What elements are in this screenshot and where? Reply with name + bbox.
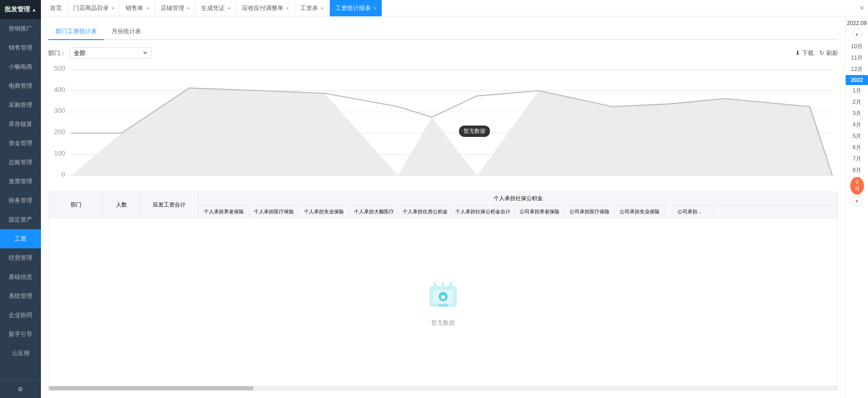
th-subcol-8: 公司承担失业保险: [615, 206, 665, 218]
tab-label-store-catalog: 门店商品目录: [73, 4, 109, 12]
timeline-month-aug[interactable]: 8月: [846, 165, 868, 176]
sub-tab-month-stats[interactable]: 月份统计表: [104, 24, 148, 40]
sidebar-header[interactable]: 批发管理 ▲: [0, 0, 41, 19]
sidebar-item-tax[interactable]: 税务管理: [0, 191, 41, 210]
main-area: 首页门店商品目录×销售单×店铺管理×生成凭证×应收应付调整单×工资表×工资统计报…: [41, 0, 868, 398]
timeline-month-jun[interactable]: 6月: [846, 142, 868, 153]
svg-line-20: [450, 282, 452, 286]
horizontal-scrollbar[interactable]: [49, 386, 838, 390]
table-section: 部门 人数 应发工资合计 个人承担社保公积金 个人承担养老保险个人承担医疗保险个…: [48, 191, 838, 391]
timeline-up-nav[interactable]: ▲: [852, 28, 863, 39]
timeline-month-dec[interactable]: 12月: [846, 64, 868, 75]
sidebar-item-guide[interactable]: 新手引导: [0, 325, 41, 344]
svg-marker-12: [71, 88, 833, 176]
tab-home[interactable]: 首页: [45, 0, 68, 16]
th-subcol-4: 个人承担住房公积金: [399, 206, 452, 218]
timeline-month-jan[interactable]: 1月: [846, 85, 868, 96]
tab-store-management[interactable]: 店铺管理×: [155, 0, 196, 16]
timeline-month-nov[interactable]: 11月: [846, 52, 868, 64]
sidebar: 批发管理 ▲ 营销推广销售管理小畅电商电商管理采购管理库存核算资金管理总账管理发…: [0, 0, 41, 398]
th-subcol-9: 公司承担...: [665, 206, 715, 218]
download-button[interactable]: ⬇ 下载: [795, 49, 814, 57]
timeline-month-may[interactable]: 5月: [846, 131, 868, 142]
timeline-month-jul[interactable]: 7月: [846, 153, 868, 165]
sidebar-item-ecommerce-small[interactable]: 小畅电商: [0, 57, 41, 76]
sub-tabs: 部门工资统计表月份统计表: [48, 24, 838, 40]
close-all-icon: ✕: [859, 5, 864, 11]
tab-close-voucher[interactable]: ×: [227, 5, 230, 11]
timeline-down-nav[interactable]: ▼: [852, 196, 863, 207]
sidebar-item-inventory[interactable]: 库存核算: [0, 115, 41, 134]
timeline-month-apr[interactable]: 4月: [846, 119, 868, 131]
th-subcol-0: 个人承担养老保险: [199, 206, 249, 218]
scrollbar-thumb[interactable]: [49, 386, 253, 390]
timeline-month-year-2022[interactable]: 2022: [846, 75, 868, 85]
tab-close-payroll[interactable]: ×: [321, 5, 323, 11]
sidebar-item-purchase[interactable]: 采购管理: [0, 96, 41, 115]
tab-label-store-management: 店铺管理: [161, 4, 184, 12]
th-count: 人数: [103, 192, 140, 218]
sidebar-item-sales[interactable]: 销售管理: [0, 38, 41, 57]
th-subcol-2: 个人承担失业保险: [299, 206, 349, 218]
download-icon: ⬇: [795, 50, 800, 56]
tab-close-store-management[interactable]: ×: [187, 5, 190, 11]
sidebar-item-marketing[interactable]: 营销推广: [0, 19, 41, 38]
dept-select[interactable]: 全部: [70, 47, 151, 59]
sidebar-item-ledger[interactable]: 总账管理: [0, 153, 41, 172]
sidebar-item-ecommerce[interactable]: 电商管理: [0, 76, 41, 96]
timeline-month-mar[interactable]: 3月: [846, 108, 868, 119]
tab-close-payroll-report[interactable]: ×: [373, 5, 376, 11]
sidebar-item-finance[interactable]: 资金管理: [0, 134, 41, 153]
tab-close-store-catalog[interactable]: ×: [111, 5, 114, 11]
sidebar-item-cloud[interactable]: 云应用: [0, 344, 41, 363]
tab-payroll[interactable]: 工资表×: [295, 0, 329, 16]
tab-close-ar-ap-adjust[interactable]: ×: [286, 5, 289, 11]
tab-ar-ap-adjust[interactable]: 应收应付调整单×: [237, 0, 295, 16]
timeline-month-oct[interactable]: 10月: [846, 41, 868, 52]
settings-icon: ⚙: [18, 386, 23, 393]
sidebar-item-salary[interactable]: 工资: [0, 229, 41, 248]
download-label: 下载: [802, 49, 814, 57]
svg-line-18: [434, 282, 436, 286]
th-total-salary: 应发工资合计: [140, 192, 199, 218]
sidebar-item-invoice[interactable]: 发票管理: [0, 172, 41, 191]
tab-bar: 首页门店商品目录×销售单×店铺管理×生成凭证×应收应付调整单×工资表×工资统计报…: [41, 0, 868, 16]
tab-close-sales-order[interactable]: ×: [146, 5, 149, 11]
timeline-month-sep[interactable]: 9月: [850, 177, 864, 195]
chart-svg: 500 400 300 200 100 0: [48, 64, 838, 191]
close-all-button[interactable]: ✕: [859, 5, 864, 11]
tab-label-home: 首页: [50, 4, 62, 12]
refresh-icon: ↻: [819, 50, 824, 56]
th-subcol-7: 公司承担医疗保险: [565, 206, 615, 218]
sidebar-collapse-icon[interactable]: ▲: [32, 7, 36, 12]
empty-icon: [425, 277, 461, 313]
sidebar-item-collaboration[interactable]: 企业协同: [0, 306, 41, 325]
svg-text:500: 500: [54, 65, 65, 72]
svg-text:100: 100: [54, 150, 65, 157]
sidebar-title: 批发管理: [5, 5, 30, 14]
sidebar-settings[interactable]: ⚙: [0, 380, 41, 398]
content-area: 部门工资统计表月份统计表 部门： 全部 ⬇ 下载 ↻ 刷新: [41, 16, 868, 398]
th-subcol-6: 公司承担养老保险: [515, 206, 565, 218]
toolbar-right: ⬇ 下载 ↻ 刷新: [795, 49, 838, 57]
timeline-month-feb[interactable]: 2月: [846, 96, 868, 108]
page-body: 部门工资统计表月份统计表 部门： 全部 ⬇ 下载 ↻ 刷新: [41, 16, 845, 398]
sidebar-item-system[interactable]: 系统管理: [0, 287, 41, 306]
tab-label-payroll-report: 工资统计报表: [335, 4, 371, 12]
tab-label-payroll: 工资表: [300, 4, 318, 12]
tab-label-ar-ap-adjust: 应收应付调整单: [242, 4, 283, 12]
sub-tab-dept-payroll[interactable]: 部门工资统计表: [48, 24, 104, 40]
empty-text: 暂无数据: [431, 319, 455, 327]
tab-payroll-report[interactable]: 工资统计报表×: [330, 0, 382, 16]
th-subcol-5: 个人承担社保公积金合计: [452, 206, 515, 218]
tab-sales-order[interactable]: 销售单×: [120, 0, 155, 16]
sidebar-item-assets[interactable]: 固定资产: [0, 210, 41, 229]
svg-text:300: 300: [54, 107, 65, 115]
refresh-button[interactable]: ↻ 刷新: [819, 49, 838, 57]
tab-voucher[interactable]: 生成凭证×: [196, 0, 236, 16]
tab-store-catalog[interactable]: 门店商品目录×: [68, 0, 120, 16]
sidebar-item-operations[interactable]: 经营管理: [0, 248, 41, 267]
sidebar-item-base-info[interactable]: 基础信息: [0, 267, 41, 287]
svg-text:200: 200: [54, 128, 65, 136]
svg-rect-17: [439, 304, 448, 307]
